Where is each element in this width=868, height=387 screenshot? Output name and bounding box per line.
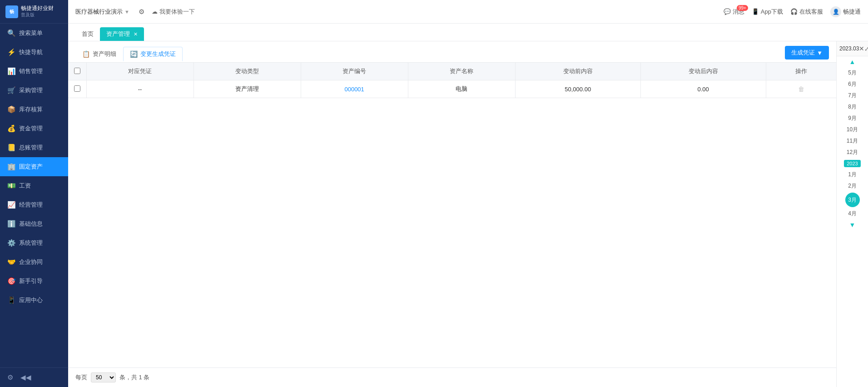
data-table: 对应凭证 变动类型 资产编号 资产名称 变动前内容 变动后内容 操作 xyxy=(68,63,836,98)
funds-icon: 💰 xyxy=(7,124,15,133)
sidebar-nav: 🔍 搜索菜单 ⚡ 快捷导航 📊 销售管理 🛒 采购管理 📦 库存核算 💰 资金管… xyxy=(0,24,68,367)
collapse-icon[interactable]: ◀◀ xyxy=(20,373,31,382)
phone-icon: 📱 xyxy=(752,8,759,15)
sidebar-item-search[interactable]: 🔍 搜索菜单 xyxy=(0,24,68,43)
total-count-label: 条，共 1 条 xyxy=(119,373,149,382)
timeline-month-3-active[interactable]: 3月 xyxy=(845,193,860,207)
tab-close-icon[interactable]: ✕ xyxy=(134,31,138,37)
sidebar-item-inventory[interactable]: 📦 库存核算 xyxy=(0,100,68,119)
row-change-type: 资产清理 xyxy=(193,80,301,98)
per-page-select[interactable]: 50 10 20 100 xyxy=(91,372,116,382)
message-icon: 💬 xyxy=(724,8,731,15)
sidebar-item-sales[interactable]: 📊 销售管理 xyxy=(0,62,68,81)
sidebar-item-funds[interactable]: 💰 资金管理 xyxy=(0,119,68,138)
messages-btn[interactable]: 💬 消息 99+ xyxy=(724,8,744,16)
sidebar-item-enterprise[interactable]: 🤝 企业协同 xyxy=(0,253,68,272)
online-service-btn[interactable]: 🎧 在线客服 xyxy=(790,8,823,16)
content-main: 📋 资产明细 🔄 变更生成凭证 生成凭证 ▼ xyxy=(68,41,836,387)
sidebar-item-operations[interactable]: 📈 经营管理 xyxy=(0,195,68,214)
logo-text: 畅捷通好业财 普及版 xyxy=(21,5,54,19)
tab-asset-mgmt[interactable]: 资产管理 ✕ xyxy=(100,27,144,41)
avatar: 👤 xyxy=(830,6,841,17)
fixedasset-icon: 🏢 xyxy=(7,163,15,171)
main-area: 医疗器械行业演示 ▼ ⚙ ☁ 我要体验一下 💬 消息 99+ 📱 App下载 🎧… xyxy=(68,0,868,387)
sidebar-item-fixedasset[interactable]: 🏢 固定资产 xyxy=(0,157,68,176)
table-header-change-type: 变动类型 xyxy=(193,63,301,80)
row-checkbox[interactable] xyxy=(74,85,80,92)
expand-timeline-button[interactable]: ⤢ xyxy=(864,45,868,52)
timeline-month-5[interactable]: 5月 xyxy=(837,67,868,79)
row-checkbox-cell xyxy=(68,80,86,98)
experience-btn[interactable]: ☁ 我要体验一下 xyxy=(152,8,195,16)
timeline-month-6[interactable]: 6月 xyxy=(837,79,868,90)
table-header-operation: 操作 xyxy=(766,63,836,80)
app-download-btn[interactable]: 📱 App下载 xyxy=(752,8,783,16)
sysmanage-icon: ⚙️ xyxy=(7,239,15,247)
company-selector[interactable]: 医疗器械行业演示 ▼ xyxy=(75,8,129,16)
delete-icon[interactable]: 🗑 xyxy=(798,85,804,93)
timeline-month-8[interactable]: 8月 xyxy=(837,101,868,113)
table-wrapper: 对应凭证 变动类型 资产编号 资产名称 变动前内容 变动后内容 操作 xyxy=(68,63,836,367)
operations-icon: 📈 xyxy=(7,201,15,209)
timeline-header: 2023.03 ✕ ⤢ xyxy=(837,41,868,56)
sales-icon: 📊 xyxy=(7,67,15,75)
subtabs: 📋 资产明细 🔄 变更生成凭证 生成凭证 ▼ xyxy=(68,41,836,63)
timeline-month-12[interactable]: 12月 xyxy=(837,147,868,158)
table-header-voucher: 对应凭证 xyxy=(86,63,193,80)
timeline-scroll-down[interactable]: ▼ xyxy=(837,219,868,230)
sidebar-item-sysmanage[interactable]: ⚙️ 系统管理 xyxy=(0,233,68,253)
sidebar-item-appcenter[interactable]: 📱 应用中心 xyxy=(0,291,68,310)
table-header-checkbox xyxy=(68,63,86,80)
sidebar-item-quicknav[interactable]: ⚡ 快捷导航 xyxy=(0,43,68,62)
table-header-asset-name: 资产名称 xyxy=(408,63,515,80)
timeline-month-10[interactable]: 10月 xyxy=(837,124,868,135)
salary-icon: 💵 xyxy=(7,182,15,190)
inventory-icon: 📦 xyxy=(7,105,15,114)
purchase-icon: 🛒 xyxy=(7,86,15,94)
tabs-bar: 首页 资产管理 ✕ xyxy=(68,24,868,41)
timeline-month-1[interactable]: 1月 xyxy=(837,169,868,180)
sidebar-item-purchase[interactable]: 🛒 采购管理 xyxy=(0,81,68,100)
timeline-month-2[interactable]: 2月 xyxy=(837,180,868,192)
row-after-change: 0.00 xyxy=(640,80,766,98)
table-header-asset-code: 资产编号 xyxy=(301,63,408,80)
generate-voucher-button[interactable]: 生成凭证 ▼ xyxy=(785,46,829,60)
per-page-label: 每页 xyxy=(75,373,87,382)
subtab-actions: 生成凭证 ▼ xyxy=(785,46,829,62)
close-timeline-button[interactable]: ✕ xyxy=(859,45,864,52)
timeline-month-11[interactable]: 11月 xyxy=(837,135,868,147)
row-asset-name: 电脑 xyxy=(408,80,515,98)
subtab-change-voucher[interactable]: 🔄 变更生成凭证 xyxy=(123,47,183,61)
settings-icon[interactable]: ⚙ xyxy=(7,373,13,382)
timeline-month-9[interactable]: 9月 xyxy=(837,113,868,124)
row-voucher: -- xyxy=(86,80,193,98)
subtab-asset-detail[interactable]: 📋 资产明细 xyxy=(75,47,123,61)
select-all-checkbox[interactable] xyxy=(74,68,80,74)
year-2023-label-wrap: 2023 xyxy=(837,158,868,169)
cloud-icon: ☁ xyxy=(152,8,158,15)
sidebar-item-newbie[interactable]: 🎯 新手引导 xyxy=(0,272,68,291)
gear-icon[interactable]: ⚙ xyxy=(139,8,144,16)
tab-home[interactable]: 首页 xyxy=(75,27,100,41)
sidebar-item-basicinfo[interactable]: ℹ️ 基础信息 xyxy=(0,214,68,233)
table-header-after-change: 变动后内容 xyxy=(640,63,766,80)
topbar-right: 💬 消息 99+ 📱 App下载 🎧 在线客服 👤 畅捷通 xyxy=(724,6,861,17)
timeline-scroll-up[interactable]: ▲ xyxy=(837,56,868,67)
timeline-month-3-wrap: 3月 xyxy=(837,192,868,208)
timeline-month-7[interactable]: 7月 xyxy=(837,90,868,101)
timeline-month-4[interactable]: 4月 xyxy=(837,208,868,219)
timeline-panel: 2023.03 ✕ ⤢ ▲ 5月 6月 7月 8月 9月 10月 11月 12月 xyxy=(836,41,868,387)
enterprise-icon: 🤝 xyxy=(7,258,15,266)
row-before-change: 50,000.00 xyxy=(515,80,640,98)
row-asset-code: 000001 xyxy=(301,80,408,98)
user-profile-btn[interactable]: 👤 畅捷通 xyxy=(830,6,861,17)
sidebar: 畅 畅捷通好业财 普及版 🔍 搜索菜单 ⚡ 快捷导航 📊 销售管理 🛒 采购管理… xyxy=(0,0,68,387)
lightning-icon: ⚡ xyxy=(7,48,15,56)
sidebar-item-salary[interactable]: 💵 工资 xyxy=(0,176,68,195)
headset-icon: 🎧 xyxy=(790,8,798,15)
topbar: 医疗器械行业演示 ▼ ⚙ ☁ 我要体验一下 💬 消息 99+ 📱 App下载 🎧… xyxy=(68,0,868,24)
timeline-title: 2023.03 xyxy=(839,45,859,52)
sidebar-item-ledger[interactable]: 📒 总账管理 xyxy=(0,138,68,157)
dropdown-arrow-icon: ▼ xyxy=(817,50,823,56)
change-icon: 🔄 xyxy=(130,50,138,58)
